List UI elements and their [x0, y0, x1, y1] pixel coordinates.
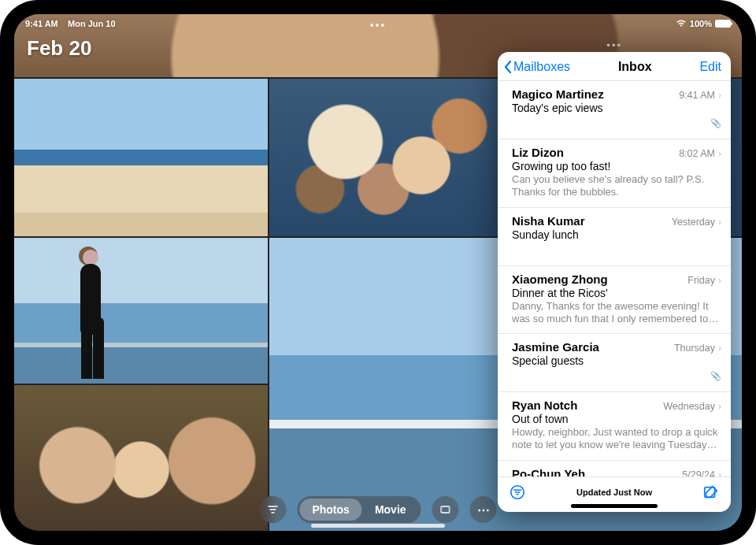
mail-subject: Special guests: [512, 354, 721, 367]
mail-subject: Sunday lunch: [512, 228, 721, 241]
mail-title: Inbox: [618, 60, 652, 74]
chevron-right-icon: ›: [718, 401, 721, 412]
mail-subject: Today's epic views: [512, 102, 721, 114]
mail-status: Updated Just Now: [576, 488, 652, 497]
mail-slideover-panel[interactable]: Mailboxes Inbox Edit Magico Martinez 9:4…: [498, 52, 731, 512]
mail-toolbar: Updated Just Now: [498, 476, 731, 512]
photo-tile-stack: [14, 238, 268, 531]
mail-message-row[interactable]: Po-Chun Yeh 5/29/24› Lunch call?: [498, 461, 731, 477]
mail-sender: Liz Dizon: [512, 146, 564, 159]
mail-sender: Magico Martinez: [512, 87, 604, 101]
mail-subject: Out of town: [512, 413, 721, 425]
photos-date-header: Feb 20: [27, 36, 91, 61]
mail-message-row[interactable]: Liz Dizon 8:02 AM› Growing up too fast! …: [498, 139, 731, 208]
mail-time: Friday›: [687, 275, 721, 286]
mail-time: Thursday›: [674, 343, 721, 354]
attachment-icon: 📎: [710, 371, 721, 380]
view-segmented-control[interactable]: Photos Movie: [297, 496, 421, 523]
aspect-button[interactable]: [432, 496, 459, 523]
multitask-dots-icon[interactable]: •••: [370, 19, 387, 32]
photos-bottom-bar: Photos Movie ⋯: [259, 496, 496, 523]
battery-percent: 100%: [690, 19, 712, 28]
more-button[interactable]: ⋯: [470, 496, 497, 523]
chevron-right-icon: ›: [718, 343, 721, 354]
mail-preview: Danny, Thanks for the awesome evening! I…: [512, 300, 721, 326]
filter-button[interactable]: [259, 496, 286, 523]
mail-time: 8:02 AM›: [679, 148, 721, 159]
mail-preview: Howdy, neighbor, Just wanted to drop a q…: [512, 426, 721, 452]
mail-sender: Xiaomeng Zhong: [512, 272, 608, 286]
mail-edit-button[interactable]: Edit: [699, 60, 721, 74]
mail-message-row[interactable]: Nisha Kumar Yesterday› Sunday lunch: [498, 208, 731, 266]
mail-time: Yesterday›: [672, 217, 721, 228]
chevron-right-icon: ›: [718, 275, 721, 286]
slideover-home-indicator[interactable]: [571, 504, 658, 508]
mail-time: Wednesday›: [663, 401, 721, 412]
ipad-screen: 9:41 AM Mon Jun 10 100% •••: [14, 14, 742, 531]
chevron-right-icon: ›: [718, 148, 721, 159]
mail-sender: Ryan Notch: [512, 399, 577, 412]
wifi-icon: [676, 20, 687, 28]
photo-tile[interactable]: [14, 238, 268, 384]
compose-mail-button[interactable]: [702, 484, 720, 501]
mail-message-row[interactable]: Magico Martinez 9:41 AM› Today's epic vi…: [498, 81, 731, 139]
status-time: 9:41 AM: [25, 19, 58, 28]
chevron-right-icon: ›: [718, 90, 721, 101]
mail-back-label: Mailboxes: [513, 60, 570, 74]
photo-tile[interactable]: [14, 385, 268, 531]
photo-tile[interactable]: [269, 79, 523, 236]
segment-movie[interactable]: Movie: [362, 499, 419, 521]
status-right: 100%: [676, 19, 731, 28]
mail-sender: Jasmine Garcia: [512, 340, 599, 354]
mail-message-row[interactable]: Ryan Notch Wednesday› Out of town Howdy,…: [498, 392, 731, 461]
mail-nav-bar: Mailboxes Inbox Edit: [498, 52, 731, 81]
home-indicator[interactable]: [311, 524, 445, 528]
mail-sender: Po-Chun Yeh: [512, 467, 585, 477]
chevron-right-icon: ›: [718, 217, 721, 228]
chevron-left-icon: [504, 61, 512, 73]
status-left: 9:41 AM Mon Jun 10: [25, 19, 116, 28]
attachment-icon: 📎: [710, 118, 721, 128]
mail-message-row[interactable]: Jasmine Garcia Thursday› Special guests …: [498, 334, 731, 392]
mail-message-row[interactable]: Xiaomeng Zhong Friday› Dinner at the Ric…: [498, 266, 731, 335]
segment-photos[interactable]: Photos: [299, 499, 361, 521]
filter-mail-button[interactable]: [509, 484, 526, 501]
mail-subject: Dinner at the Ricos': [512, 287, 721, 299]
slideover-grab-icon[interactable]: •••: [606, 39, 622, 51]
status-date: Mon Jun 10: [68, 19, 116, 28]
mail-time: 5/29/24›: [682, 469, 721, 477]
mail-time: 9:41 AM›: [679, 90, 721, 101]
mail-back-button[interactable]: Mailboxes: [504, 60, 570, 74]
chevron-right-icon: ›: [718, 469, 721, 477]
svg-rect-0: [441, 506, 450, 513]
mail-sender: Nisha Kumar: [512, 214, 585, 228]
mail-subject: Growing up too fast!: [512, 160, 721, 172]
photo-tile[interactable]: [14, 79, 268, 236]
ipad-device-frame: 9:41 AM Mon Jun 10 100% •••: [0, 0, 756, 545]
mail-list[interactable]: Magico Martinez 9:41 AM› Today's epic vi…: [498, 81, 731, 476]
battery-icon: [715, 20, 731, 28]
mail-preview: Can you believe she's already so tall? P…: [512, 173, 721, 199]
